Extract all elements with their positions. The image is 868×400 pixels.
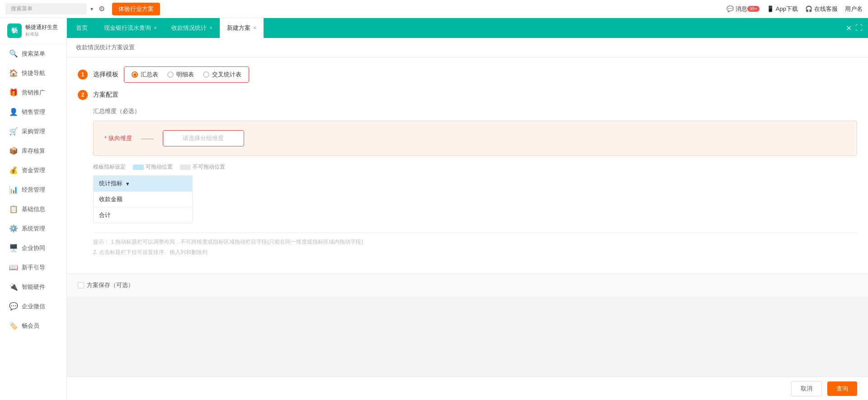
- sidebar-item-label: 采购管理: [22, 127, 45, 136]
- sidebar-item-quicknav[interactable]: 🏠 快捷导航: [0, 63, 66, 83]
- page-content: 收款情况统计方案设置 1 选择模板 汇总表 明细表: [67, 38, 868, 400]
- cancel-button[interactable]: 取消: [791, 381, 822, 396]
- sidebar-item-label: 新手引导: [22, 264, 45, 272]
- non-draggable-indicator: [180, 165, 191, 170]
- sidebar-item-label: 销售管理: [22, 108, 45, 116]
- sidebar: 畅 畅捷通好生意 标准版 🔍 搜索菜单 🏠 快捷导航 🎁 营销推广 👤 销售管理: [0, 18, 67, 400]
- metric-table-header: 统计指标 ▾: [94, 176, 192, 192]
- tab-receipt-close[interactable]: ×: [209, 25, 212, 31]
- tab-bank-label: 现金银行流水查询: [104, 24, 151, 32]
- breadcrumb: 收款情况统计方案设置: [67, 38, 868, 57]
- tab-bank[interactable]: 现金银行流水查询 ×: [97, 18, 164, 38]
- sidebar-item-label: 库存核算: [22, 147, 45, 155]
- home-icon: 🏠: [9, 69, 17, 77]
- service-label: 在线客服: [814, 5, 838, 13]
- radio-detail[interactable]: 明细表: [167, 71, 194, 79]
- sidebar-item-search[interactable]: 🔍 搜索菜单: [0, 44, 66, 63]
- list-icon: 📋: [9, 205, 17, 213]
- tab-new-plan[interactable]: 新建方案 ×: [220, 18, 264, 38]
- app-download-button[interactable]: 📱 App下载: [767, 5, 798, 13]
- gift-icon: 🎁: [9, 88, 17, 97]
- metrics-title: 模板指标设定: [93, 163, 126, 171]
- sidebar-item-operations[interactable]: 📊 经营管理: [0, 180, 66, 199]
- dropdown-icon[interactable]: ▾: [90, 6, 93, 12]
- stat-header-label: 统计指标: [99, 179, 123, 188]
- sidebar-item-marketing[interactable]: 🎁 营销推广: [0, 83, 66, 102]
- query-button[interactable]: 查询: [827, 381, 857, 396]
- radio-detail-label: 明细表: [176, 71, 194, 79]
- radio-cross[interactable]: 交叉统计表: [203, 71, 241, 79]
- logo-icon: 畅: [7, 24, 22, 38]
- sidebar-item-sales[interactable]: 👤 销售管理: [0, 102, 66, 122]
- tips-section: 提示： 1.拖动标题栏可以调整布局，不可跨维度或指标区域拖动栏目字段(只能在同一…: [93, 232, 857, 264]
- search-icon: 🔍: [9, 49, 17, 58]
- sidebar-item-label: 企业微信: [22, 302, 45, 311]
- metrics-section: 模板指标设定 可拖动位置 不可拖动位置: [93, 163, 857, 264]
- sidebar-item-inventory[interactable]: 📦 库存核算: [0, 141, 66, 160]
- dimension-placeholder: 请选择分组维度: [183, 135, 224, 141]
- metric-total-label: 合计: [99, 212, 111, 218]
- sidebar-item-label: 畅会员: [22, 322, 39, 330]
- metrics-header: 模板指标设定 可拖动位置 不可拖动位置: [93, 163, 857, 171]
- sidebar-item-label: 资金管理: [22, 166, 45, 174]
- sidebar-item-finance[interactable]: 💰 资金管理: [0, 160, 66, 180]
- dimension-section-title: 汇总维度（必选）: [93, 107, 857, 115]
- user-name[interactable]: 用户名: [845, 5, 863, 13]
- save-checkbox[interactable]: [78, 282, 84, 288]
- tab-receipt[interactable]: 收款情况统计 ×: [164, 18, 220, 38]
- metric-row-total: 合计: [94, 207, 192, 223]
- sidebar-item-member[interactable]: 🏷️ 畅会员: [0, 316, 66, 335]
- sidebar-item-cooperation[interactable]: 🖥️ 企业协同: [0, 238, 66, 258]
- dropdown-arrow-icon[interactable]: ▾: [126, 180, 129, 187]
- content-area: 首页 现金银行流水查询 × 收款情况统计 × 新建方案 × ✕ ⛶ 收款情况统计…: [67, 18, 868, 400]
- cart-icon: 🛒: [9, 127, 17, 136]
- dimension-row: * 纵向维度 —— 请选择分组维度: [104, 130, 846, 146]
- sidebar-logo: 畅 畅捷通好生意 标准版: [0, 18, 66, 44]
- sidebar-item-label: 系统管理: [22, 225, 45, 233]
- monitor-icon: 🖥️: [9, 244, 17, 252]
- logo-text: 畅捷通好生意: [25, 24, 58, 31]
- step2-badge: 2: [78, 90, 88, 100]
- sidebar-item-purchase[interactable]: 🛒 采购管理: [0, 122, 66, 141]
- user-icon: 👤: [9, 108, 17, 116]
- service-button[interactable]: 🎧 在线客服: [805, 5, 838, 13]
- action-bar: 取消 查询: [67, 376, 868, 400]
- tip-line-1: 提示： 1.拖动标题栏可以调整布局，不可跨维度或指标区域拖动栏目字段(只能在同一…: [93, 238, 857, 246]
- sidebar-item-label: 经营管理: [22, 186, 45, 194]
- maximize-icon[interactable]: ⛶: [855, 24, 863, 32]
- tab-home[interactable]: 首页: [67, 18, 97, 38]
- radio-summary-label: 汇总表: [141, 71, 158, 79]
- radio-summary[interactable]: 汇总表: [132, 71, 158, 79]
- step2-section: 2 方案配置 汇总维度（必选） * 纵向维度 ——: [78, 90, 857, 264]
- top-bar: 搜索菜单 ▾ ⚙ 体验行业方案 💬 消息 99+ 📱 App下载 🎧 在线客服 …: [0, 0, 868, 18]
- logo-badge: 标准版: [25, 31, 58, 38]
- settings-icon: ⚙️: [9, 224, 17, 233]
- gear-icon[interactable]: ⚙: [99, 5, 105, 13]
- book-icon: 📖: [9, 263, 17, 272]
- sidebar-item-label: 企业协同: [22, 244, 45, 252]
- step1-row: 1 选择模板 汇总表 明细表 交叉统计表: [78, 66, 857, 83]
- vertical-label: * 纵向维度: [104, 134, 132, 142]
- download-label: App下载: [776, 5, 798, 13]
- draggable-label: 可拖动位置: [146, 163, 173, 171]
- sidebar-item-hardware[interactable]: 🔌 智能硬件: [0, 277, 66, 296]
- tab-new-plan-close[interactable]: ×: [253, 25, 256, 31]
- sidebar-item-basic[interactable]: 📋 基础信息: [0, 199, 66, 219]
- tab-receipt-label: 收款情况统计: [171, 24, 207, 32]
- close-window-icon[interactable]: ✕: [846, 24, 852, 33]
- sidebar-item-system[interactable]: ⚙️ 系统管理: [0, 219, 66, 238]
- trial-button[interactable]: 体验行业方案: [112, 3, 160, 15]
- notification-count: 99+: [747, 6, 760, 12]
- sidebar-item-guide[interactable]: 📖 新手引导: [0, 258, 66, 277]
- dimension-select[interactable]: 请选择分组维度: [163, 130, 244, 146]
- sidebar-nav: 🔍 搜索菜单 🏠 快捷导航 🎁 营销推广 👤 销售管理 🛒 采购管理 📦: [0, 44, 66, 400]
- breadcrumb-text: 收款情况统计方案设置: [76, 44, 135, 51]
- save-option-label[interactable]: 方案保存（可选）: [78, 281, 134, 289]
- tab-bank-close[interactable]: ×: [154, 25, 157, 31]
- tag-icon: 🏷️: [9, 321, 17, 330]
- step1-badge: 1: [78, 70, 88, 80]
- notification-button[interactable]: 💬 消息 99+: [726, 5, 760, 13]
- sidebar-item-wechat[interactable]: 💬 企业微信: [0, 296, 66, 316]
- search-menu-input[interactable]: 搜索菜单: [5, 3, 87, 14]
- download-icon: 📱: [767, 5, 774, 12]
